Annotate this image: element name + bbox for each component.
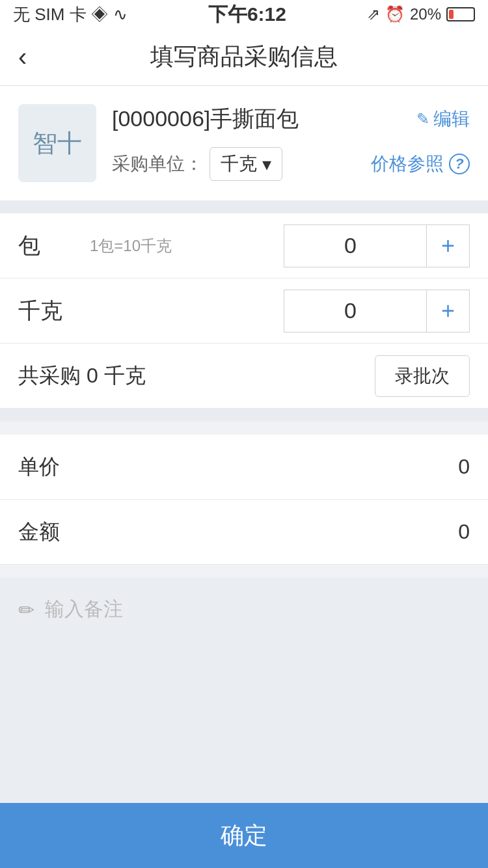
product-info: [0000006]手撕面包 ✎ 编辑 采购单位： 千克 ▾ 价格参照 ? — [112, 104, 470, 181]
note-section[interactable]: ✏ 输入备注 — [0, 578, 488, 669]
batch-record-button[interactable]: 录批次 — [375, 355, 470, 397]
chevron-down-icon: ▾ — [262, 154, 271, 175]
status-time: 下午6:12 — [208, 1, 286, 28]
amount-label: 金额 — [18, 518, 60, 547]
bag-quantity-input[interactable] — [284, 224, 427, 267]
info-icon: ? — [449, 154, 470, 174]
kg-quantity-input[interactable] — [284, 290, 427, 332]
edit-button[interactable]: ✎ 编辑 — [416, 107, 470, 131]
amount-value: 0 — [458, 520, 470, 544]
total-purchase-text: 共采购 0 千克 — [18, 362, 146, 390]
page-title: 填写商品采购信息 — [150, 41, 338, 73]
bag-label: 包 — [18, 231, 83, 261]
status-bar: 无 SIM 卡 ◈ ∿ 下午6:12 ⇗ ⏰ 20% — [0, 0, 488, 29]
bag-input-row: 包 1包=10千克 + — [0, 213, 488, 278]
unit-price-value: 0 — [458, 455, 470, 479]
back-button[interactable]: ‹ — [18, 42, 27, 72]
note-placeholder: 输入备注 — [45, 596, 123, 623]
kg-input-control: + — [83, 290, 470, 332]
edit-icon: ✎ — [416, 110, 429, 128]
price-ref-button[interactable]: 价格参照 ? — [371, 152, 470, 176]
battery-percent: 20% — [410, 5, 441, 23]
unit-value: 千克 — [221, 152, 257, 176]
unit-price-label: 单价 — [18, 453, 60, 481]
status-left: 无 SIM 卡 ◈ ∿ — [13, 3, 128, 26]
kg-label: 千克 — [18, 296, 83, 326]
bag-plus-button[interactable]: + — [427, 224, 470, 267]
product-card: 智十 [0000006]手撕面包 ✎ 编辑 采购单位： 千克 ▾ 价格参照 ? — [0, 86, 488, 200]
confirm-button[interactable]: 确定 — [0, 803, 488, 868]
edit-label: 编辑 — [433, 107, 470, 131]
unit-dropdown[interactable]: 千克 ▾ — [210, 147, 282, 181]
sim-status: 无 SIM 卡 ◈ — [13, 3, 108, 26]
section-divider-2 — [0, 409, 488, 422]
product-logo: 智十 — [33, 127, 82, 160]
product-name-row: [0000006]手撕面包 ✎ 编辑 — [112, 104, 470, 134]
product-name: [0000006]手撕面包 — [112, 104, 299, 134]
kg-plus-button[interactable]: + — [427, 290, 470, 332]
location-icon: ⇗ — [367, 5, 380, 23]
price-section: 单价 0 金额 0 — [0, 435, 488, 565]
wifi-icon: ∿ — [113, 5, 128, 25]
summary-row: 共采购 0 千克 录批次 — [0, 344, 488, 409]
product-image: 智十 — [18, 104, 96, 182]
battery-icon — [446, 7, 475, 21]
input-section: 包 1包=10千克 + 千克 + 共采购 0 千克 录批次 — [0, 213, 488, 409]
status-right: ⇗ ⏰ 20% — [367, 5, 475, 23]
product-unit-row: 采购单位： 千克 ▾ 价格参照 ? — [112, 147, 470, 181]
unit-label-text: 采购单位： — [112, 152, 203, 176]
kg-input-row: 千克 + — [0, 278, 488, 344]
amount-row: 金额 0 — [0, 500, 488, 565]
bag-sublabel: 1包=10千克 — [90, 236, 172, 256]
section-divider-1 — [0, 200, 488, 213]
alarm-icon: ⏰ — [385, 5, 405, 23]
unit-label: 采购单位： 千克 ▾ — [112, 147, 282, 181]
bag-input-control: + — [172, 224, 470, 267]
price-ref-label: 价格参照 — [371, 152, 444, 176]
pencil-icon: ✏ — [18, 599, 34, 621]
nav-bar: ‹ 填写商品采购信息 — [0, 29, 488, 86]
unit-price-row: 单价 0 — [0, 435, 488, 500]
